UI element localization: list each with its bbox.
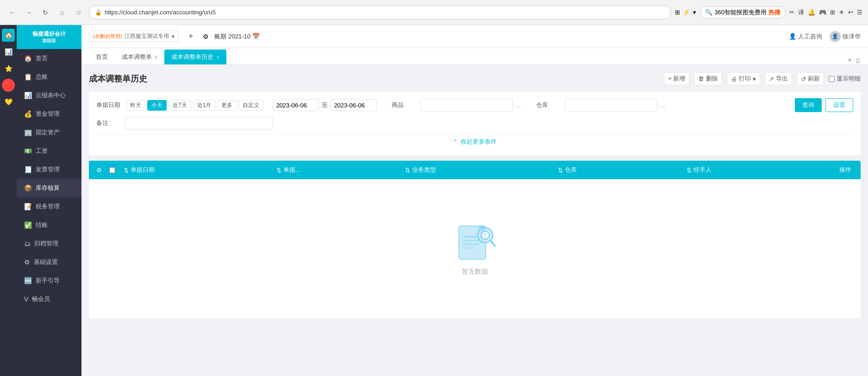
notes-input[interactable] — [125, 117, 273, 130]
icon-bar-star[interactable]: ⭐ — [2, 62, 15, 75]
icon-bar-chart[interactable]: 📊 — [2, 45, 15, 58]
yesterday-btn[interactable]: 昨天 — [126, 100, 145, 111]
th-date[interactable]: ⇅ 单据日期 — [119, 166, 272, 174]
new-button[interactable]: + 新增 — [664, 72, 689, 85]
sort-date-icon: ⇅ — [124, 167, 129, 174]
company-selector[interactable]: (勿删勿禁用) 江西服宝测试专用 ▾ — [89, 31, 179, 42]
forward-button[interactable]: → — [22, 6, 35, 19]
home-icon: 🏠 — [24, 55, 32, 62]
print-button[interactable]: 🖨 打印 ▾ — [727, 72, 760, 85]
dropdown-icon: ▾ — [172, 33, 175, 40]
period-label: 账期 — [214, 32, 226, 41]
browser-search-bar[interactable]: 🔍 360智能抠图免费用 热搜 — [700, 6, 786, 19]
date-to-input[interactable] — [331, 99, 377, 111]
calendar-icon: 📅 — [252, 33, 260, 40]
sidebar-item-guide[interactable]: 🆕 新手引导 — [17, 271, 81, 290]
tab-cost-history[interactable]: 成本调整单历史 × — [164, 50, 226, 64]
th-num[interactable]: ⇅ 单据... — [272, 166, 400, 174]
collapse-more-button[interactable]: ⌃ 收起更多条件 — [96, 134, 853, 149]
sidebar-item-assets-label: 固定资产 — [36, 128, 60, 137]
service-label[interactable]: 👤 人工咨询 — [789, 32, 822, 41]
bookmark-button[interactable]: ☆ — [72, 6, 85, 19]
page-actions: + 新增 🗑 删除 🖨 打印 ▾ ↗ ↗ 导出 导出 ↺ 刷新 — [664, 72, 861, 85]
settings-gear-icon[interactable]: ⚙ — [203, 33, 209, 40]
tab-cost-adjust[interactable]: 成本调整单 × — [115, 50, 164, 64]
sidebar-item-archive[interactable]: 🗂 归档管理 — [17, 234, 81, 253]
sidebar-item-member[interactable]: V 畅会员 — [17, 290, 81, 308]
close-all-tabs-button[interactable]: × — [848, 56, 852, 64]
icon-bar-home[interactable]: 🏠 — [2, 29, 15, 42]
sidebar-item-ledger[interactable]: 📋 总账 — [17, 68, 81, 86]
app-logo: 畅捷通好会计 旗舰版 — [17, 25, 81, 49]
goods-filter-label: 商品 — [392, 101, 415, 109]
svg-rect-5 — [462, 244, 479, 245]
date-from-input[interactable] — [273, 99, 319, 111]
th-warehouse[interactable]: ⇅ 仓库 — [553, 166, 682, 174]
today-btn[interactable]: 今天 — [147, 100, 167, 111]
home-button[interactable]: ⌂ — [56, 6, 69, 19]
query-button[interactable]: 查询 — [795, 98, 822, 112]
sidebar-item-reports[interactable]: 📊 云报表中心 — [17, 86, 81, 105]
filter-row-date: 单据日期 昨天 今天 近7天 近1月 更多 自定义 至 — [96, 98, 853, 112]
show-detail-checkbox-label[interactable]: 显示明细 — [829, 75, 861, 83]
svg-rect-6 — [462, 247, 475, 249]
company-name: 江西服宝测试专用 — [125, 32, 169, 40]
more-dates-btn[interactable]: 更多 — [217, 100, 237, 111]
sidebar-item-funds-label: 资金管理 — [36, 110, 60, 118]
warehouse-filter-area: ... — [565, 99, 665, 112]
refresh-button[interactable]: ↺ 刷新 — [797, 72, 824, 85]
sort-type-icon: ⇅ — [405, 167, 410, 174]
user-info[interactable]: 👤 徐泽华 — [830, 31, 861, 42]
print-dropdown-icon: ▾ — [753, 75, 756, 82]
custom-date-btn[interactable]: 自定义 — [238, 100, 263, 111]
sidebar-item-inventory[interactable]: 📦 库存核算 — [17, 179, 81, 197]
th-checkbox[interactable] — [106, 167, 119, 173]
sidebar-item-invoice-label: 发票管理 — [36, 165, 60, 174]
tab-cost-history-close[interactable]: × — [216, 54, 219, 60]
sidebar-item-guide-label: 新手引导 — [36, 276, 60, 285]
tab-home[interactable]: 首页 — [89, 50, 115, 64]
goods-more-button[interactable]: ... — [515, 101, 521, 109]
top-bar-right: 👤 人工咨询 👤 徐泽华 — [789, 31, 861, 42]
url-text: https://cloud.chanjet.com/accounting/uru… — [105, 9, 216, 16]
inventory-icon: 📦 — [24, 184, 32, 192]
reload-button[interactable]: ↻ — [39, 6, 52, 19]
tab-cost-adjust-close[interactable]: × — [155, 54, 157, 60]
funds-icon: 💰 — [24, 110, 32, 118]
svg-point-8 — [481, 231, 489, 239]
tab-menu-button[interactable]: ☰ — [856, 58, 861, 64]
warehouse-input[interactable] — [565, 99, 657, 112]
icon-bar-red[interactable]: 🔴 — [2, 79, 15, 92]
delete-button[interactable]: 🗑 删除 — [694, 72, 722, 85]
table-body: 暂无数据 — [89, 179, 861, 318]
th-gear[interactable]: ⚙ — [93, 167, 106, 174]
goods-input[interactable] — [420, 99, 513, 112]
th-type[interactable]: ⇅ 业务类型 — [400, 166, 553, 174]
last7days-btn[interactable]: 近7天 — [169, 100, 191, 111]
sidebar-item-home[interactable]: 🏠 首页 — [17, 49, 81, 68]
icon-bar-yellow[interactable]: 💛 — [2, 95, 15, 108]
tab-cost-history-label: 成本调整单历史 — [171, 53, 213, 61]
table-settings-icon: ⚙ — [96, 167, 102, 174]
sidebar-item-funds[interactable]: 💰 资金管理 — [17, 105, 81, 123]
last-month-btn[interactable]: 近1月 — [193, 100, 216, 111]
filter-settings-button[interactable]: 设置 — [825, 98, 853, 112]
sidebar-item-tax[interactable]: 📝 税务管理 — [17, 197, 81, 216]
filter-panel: 单据日期 昨天 今天 近7天 近1月 更多 自定义 至 — [89, 92, 861, 155]
back-button[interactable]: ← — [6, 6, 19, 19]
add-company-button[interactable]: + — [184, 30, 197, 43]
select-all-checkbox[interactable] — [109, 167, 115, 173]
sidebar-item-settings[interactable]: ⚙ 基础设置 — [17, 253, 81, 271]
th-handler[interactable]: ⇅ 经手人 — [682, 166, 835, 174]
warehouse-more-button[interactable]: ... — [659, 101, 665, 109]
export-button[interactable]: ↗ ↗ 导出 导出 — [765, 72, 792, 85]
icon-bar: 🏠 📊 ⭐ 🔴 💛 — [0, 25, 17, 376]
date-range: 至 — [273, 99, 377, 111]
sidebar-item-assets[interactable]: 🏢 固定资产 — [17, 123, 81, 142]
sidebar-item-payroll[interactable]: 💵 工资 — [17, 142, 81, 160]
show-detail-checkbox[interactable] — [829, 76, 835, 82]
sidebar-item-invoice[interactable]: 🧾 发票管理 — [17, 160, 81, 179]
sidebar-item-close[interactable]: ✅ 结账 — [17, 216, 81, 234]
date-separator: 至 — [322, 101, 328, 109]
address-bar[interactable]: 🔒 https://cloud.chanjet.com/accounting/u… — [89, 6, 671, 19]
